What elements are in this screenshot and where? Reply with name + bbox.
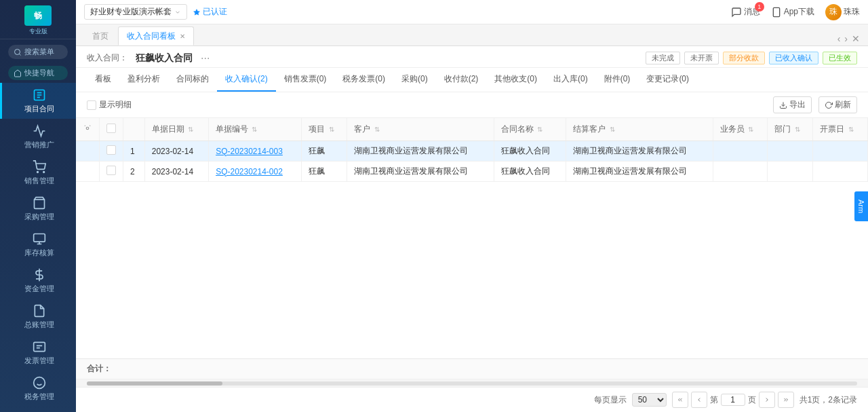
subtab-other-income[interactable]: 其他收支(0): [486, 68, 545, 92]
tab-close-all-btn[interactable]: ✕: [852, 33, 860, 44]
contract-breadcrumb: 收入合同：: [87, 52, 127, 64]
sort-icon-customer: ⇅: [374, 126, 380, 133]
table-row[interactable]: 2 2023-02-14 SQ-20230214-002 狂飙 湖南卫视商业运营…: [76, 162, 868, 182]
row-date: 2023-02-14: [144, 162, 208, 182]
page-first-btn[interactable]: [672, 392, 688, 408]
user-avatar-btn[interactable]: 珠 珠珠: [825, 4, 860, 20]
subtab-profit[interactable]: 盈利分析: [119, 68, 168, 92]
row-number[interactable]: SQ-20230214-002: [209, 162, 302, 182]
header-checkbox[interactable]: [106, 124, 116, 133]
contract-title-row: 收入合同： 狂飙收入合同 ··· 未完成 未开票 部分收款 已收入确认 已生效: [87, 52, 857, 64]
subtab-purchase[interactable]: 采购(0): [393, 68, 436, 92]
row-checkbox[interactable]: [106, 166, 116, 175]
status-partial-receipt[interactable]: 部分收款: [723, 52, 765, 64]
row-check[interactable]: [100, 141, 123, 162]
row-check[interactable]: [100, 162, 123, 182]
refresh-btn[interactable]: 刷新: [818, 96, 857, 113]
svg-rect-12: [773, 7, 779, 16]
status-revenue-confirmed[interactable]: 已收入确认: [769, 52, 818, 64]
col-contract-header[interactable]: 合同名称 ⇅: [494, 118, 566, 141]
more-options-btn[interactable]: ···: [201, 52, 210, 64]
col-salesperson-header[interactable]: 业务员 ⇅: [713, 118, 768, 141]
per-page-select[interactable]: 50 20 100: [632, 393, 667, 407]
col-check-header[interactable]: [100, 118, 123, 141]
doc-number-link[interactable]: SQ-20230214-002: [216, 167, 283, 176]
chevron-down-icon: [174, 9, 181, 16]
fund-icon: [32, 267, 47, 282]
row-salesperson: [713, 141, 768, 162]
sidebar-item-ledger[interactable]: 总账管理: [0, 299, 76, 335]
sidebar-item-search[interactable]: 搜索菜单: [8, 45, 68, 59]
row-setting[interactable]: [76, 162, 100, 182]
total-label: 合计：: [87, 363, 111, 375]
page-next-btn[interactable]: [759, 392, 775, 408]
subtab-board[interactable]: 看板: [87, 68, 119, 92]
subtab-tax-invoice[interactable]: 税务发票(0): [334, 68, 393, 92]
sidebar-item-contract[interactable]: 项目合同: [0, 83, 76, 119]
row-setting[interactable]: [76, 141, 100, 162]
show-detail-checkbox[interactable]: 显示明细: [87, 99, 132, 111]
col-customer-header[interactable]: 客户 ⇅: [347, 118, 494, 141]
subtab-storage[interactable]: 出入库(0): [545, 68, 596, 92]
sidebar-item-marketing[interactable]: 营销推广: [0, 119, 76, 155]
col-number-header[interactable]: 单据编号 ⇅: [209, 118, 302, 141]
status-not-complete[interactable]: 未完成: [646, 52, 680, 64]
tab-contract-board[interactable]: 收入合同看板 ✕: [118, 26, 194, 45]
subtab-contract-subject[interactable]: 合同标的: [168, 68, 217, 92]
page-last-btn[interactable]: [778, 392, 794, 408]
right-float-btn[interactable]: Arm: [854, 191, 868, 221]
row-checkbox[interactable]: [106, 145, 116, 155]
search-icon: [14, 48, 22, 56]
subtab-change-log[interactable]: 变更记录(0): [638, 68, 697, 92]
scroll-thumb[interactable]: [87, 381, 222, 386]
sidebar-item-quicknav[interactable]: 快捷导航: [8, 66, 68, 80]
sidebar-item-assets[interactable]: 固定资产: [0, 407, 76, 412]
tab-home-label: 首页: [92, 31, 108, 42]
status-not-invoiced[interactable]: 未开票: [684, 52, 719, 64]
sidebar-item-sales[interactable]: 销售管理: [0, 155, 76, 191]
col-date-header[interactable]: 单据日期 ⇅: [144, 118, 208, 141]
tab-close-icon[interactable]: ✕: [180, 33, 185, 40]
row-settle-customer: 湖南卫视商业运营发展有限公司: [566, 141, 713, 162]
tab-prev-btn[interactable]: ‹: [837, 33, 841, 44]
app-download-btn[interactable]: App下载: [771, 6, 814, 18]
sidebar-marketing-label: 营销推广: [24, 140, 54, 150]
table-row[interactable]: 1 2023-02-14 SQ-20230214-003 狂飙 湖南卫视商业运营…: [76, 141, 868, 162]
sidebar-item-purchase[interactable]: 采购管理: [0, 191, 76, 227]
page-input[interactable]: [721, 394, 745, 406]
row-project: 狂飙: [302, 141, 347, 162]
sort-icon-salesperson: ⇅: [748, 126, 753, 133]
scroll-track[interactable]: [87, 381, 857, 386]
horizontal-scrollbar[interactable]: [76, 379, 868, 387]
company-selector[interactable]: 好业财专业版演示帐套: [84, 4, 187, 20]
sidebar-item-fund[interactable]: 资金管理: [0, 263, 76, 299]
detail-checkbox[interactable]: [87, 100, 96, 110]
sidebar-item-tax[interactable]: 税务管理: [0, 371, 76, 407]
sidebar-item-invoice[interactable]: 发票管理: [0, 335, 76, 371]
col-project-header[interactable]: 项目 ⇅: [302, 118, 347, 141]
subtab-revenue-confirm[interactable]: 收入确认(2): [217, 68, 276, 92]
col-dept-header[interactable]: 部门 ⇅: [768, 118, 813, 141]
message-btn[interactable]: 消息 1: [731, 6, 760, 18]
sort-icon-opendate: ⇅: [848, 126, 854, 133]
doc-number-link[interactable]: SQ-20230214-003: [216, 147, 283, 156]
row-number[interactable]: SQ-20230214-003: [209, 141, 302, 162]
sidebar-sales-label: 销售管理: [24, 176, 54, 186]
row-open-date: [813, 162, 868, 182]
col-opendate-header[interactable]: 开票日 ⇅: [813, 118, 868, 141]
ledger-icon: [32, 303, 47, 318]
row-customer: 湖南卫视商业运营发展有限公司: [347, 162, 494, 182]
subtab-payment[interactable]: 收付款(2): [436, 68, 487, 92]
col-setting-header[interactable]: [76, 118, 100, 141]
tab-next-btn[interactable]: ›: [844, 33, 848, 44]
page-prev-btn[interactable]: [691, 392, 707, 408]
subtab-attachment[interactable]: 附件(0): [596, 68, 639, 92]
sidebar-fund-label: 资金管理: [24, 284, 54, 294]
tab-home[interactable]: 首页: [84, 26, 117, 45]
export-btn[interactable]: 导出: [773, 96, 812, 113]
sidebar-item-inventory[interactable]: 库存核算: [0, 227, 76, 263]
tabbar: 首页 收入合同看板 ✕ ‹ › ✕: [76, 24, 868, 46]
col-settle-header[interactable]: 结算客户 ⇅: [566, 118, 713, 141]
status-effective[interactable]: 已生效: [823, 52, 857, 64]
subtab-sales-invoice[interactable]: 销售发票(0): [276, 68, 335, 92]
